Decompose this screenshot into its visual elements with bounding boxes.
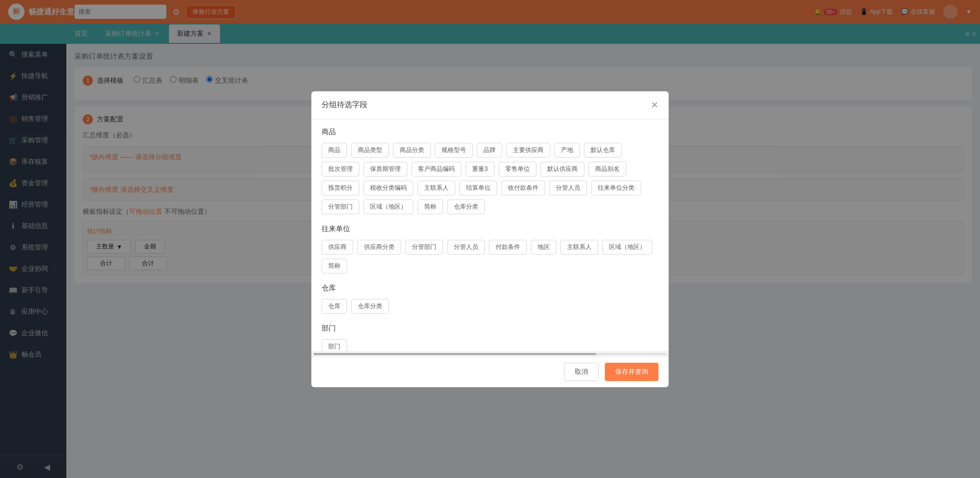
save-query-button[interactable]: 保存并查询 (605, 363, 658, 381)
field-chip[interactable]: 地区 (531, 240, 556, 255)
field-chip[interactable]: 零售单位 (499, 162, 536, 177)
field-chip[interactable]: 部门 (322, 339, 347, 352)
modal-close-btn[interactable]: ✕ (651, 99, 658, 111)
field-chip[interactable]: 商品类型 (351, 143, 389, 158)
field-chip[interactable]: 简称 (418, 199, 443, 214)
field-chip[interactable]: 简称 (322, 259, 347, 273)
field-section-department: 部门部门 (322, 324, 658, 352)
field-chip[interactable]: 品牌 (477, 143, 502, 158)
field-chip[interactable]: 仓库分类 (447, 199, 485, 214)
field-chips-counterpart: 供应商供应商分类分管部门分管人员付款条件地区主联系人区域（地区）简称 (322, 240, 658, 273)
field-chips-department: 部门 (322, 339, 658, 352)
field-section-title-goods: 商品 (322, 128, 658, 137)
field-chip[interactable]: 批次管理 (322, 162, 359, 177)
field-chip[interactable]: 主联系人 (560, 240, 598, 255)
field-chip[interactable]: 收付款条件 (501, 181, 545, 195)
field-chip[interactable]: 拣货积分 (322, 181, 359, 195)
modal-body[interactable]: 商品商品商品类型商品分类规格型号品牌主要供应商产地默认仓库批次管理保质期管理客户… (311, 119, 669, 352)
field-section-title-department: 部门 (322, 324, 658, 333)
modal-title: 分组待选字段 (322, 100, 368, 110)
field-section-title-counterpart: 往来单位 (322, 224, 658, 234)
field-chip[interactable]: 往来单位分类 (591, 181, 641, 195)
field-chip[interactable]: 分管部门 (322, 199, 359, 214)
field-chip[interactable]: 分管人员 (447, 240, 485, 255)
field-chip[interactable]: 分管部门 (405, 240, 443, 255)
field-chip[interactable]: 主要供应商 (506, 143, 550, 158)
field-chip[interactable]: 税收分类编码 (363, 181, 413, 195)
modal-hscroll[interactable] (311, 351, 669, 356)
field-chip[interactable]: 分管人员 (549, 181, 587, 195)
field-chip[interactable]: 商品分类 (393, 143, 431, 158)
modal-overlay: 分组待选字段 ✕ 商品商品商品类型商品分类规格型号品牌主要供应商产地默认仓库批次… (0, 0, 980, 478)
modal-header: 分组待选字段 ✕ (311, 91, 669, 119)
field-chip[interactable]: 供应商分类 (357, 240, 401, 255)
field-section-title-warehouse: 仓库 (322, 284, 658, 293)
cancel-button[interactable]: 取消 (564, 363, 599, 381)
field-chip[interactable]: 默认供应商 (541, 162, 584, 177)
field-section-warehouse: 仓库仓库仓库分类 (322, 284, 658, 314)
field-chip[interactable]: 商品别名 (589, 162, 626, 177)
field-chip[interactable]: 仓库 (322, 299, 347, 314)
field-chip[interactable]: 付款条件 (489, 240, 527, 255)
field-chip[interactable]: 结算单位 (459, 181, 497, 195)
field-chip[interactable]: 规格型号 (435, 143, 473, 158)
field-section-goods: 商品商品商品类型商品分类规格型号品牌主要供应商产地默认仓库批次管理保质期管理客户… (322, 128, 658, 214)
field-select-modal: 分组待选字段 ✕ 商品商品商品类型商品分类规格型号品牌主要供应商产地默认仓库批次… (311, 91, 669, 387)
field-chip[interactable]: 商品 (322, 143, 347, 158)
field-chip[interactable]: 保质期管理 (363, 162, 407, 177)
field-chip[interactable]: 客户商品编码 (411, 162, 461, 177)
field-chip[interactable]: 区域（地区） (602, 240, 652, 255)
field-chip[interactable]: 重量3 (465, 162, 495, 177)
modal-footer: 取消 保存并查询 (311, 356, 669, 387)
field-chip[interactable]: 主联系人 (418, 181, 455, 195)
field-chip[interactable]: 仓库分类 (351, 299, 389, 314)
field-section-counterpart: 往来单位供应商供应商分类分管部门分管人员付款条件地区主联系人区域（地区）简称 (322, 224, 658, 273)
field-chips-warehouse: 仓库仓库分类 (322, 299, 658, 314)
field-chip[interactable]: 区域（地区） (363, 199, 413, 214)
field-chip[interactable]: 产地 (554, 143, 580, 158)
field-chip[interactable]: 默认仓库 (584, 143, 622, 158)
field-chip[interactable]: 供应商 (322, 240, 353, 255)
field-chips-goods: 商品商品类型商品分类规格型号品牌主要供应商产地默认仓库批次管理保质期管理客户商品… (322, 143, 658, 214)
